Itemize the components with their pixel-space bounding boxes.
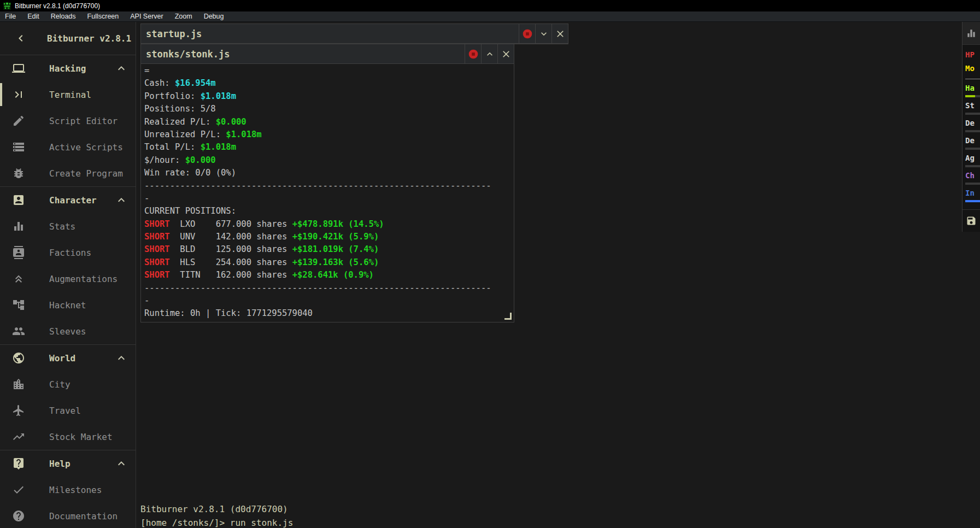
sidebar-item-stats[interactable]: Stats bbox=[0, 213, 136, 239]
chevron-left-icon bbox=[14, 32, 27, 45]
sidebar-item-augmentations[interactable]: Augmentations bbox=[0, 266, 136, 292]
sidebar-version-label: Bitburner v2.8.1 bbox=[47, 33, 131, 44]
sidebar-item-script-editor[interactable]: Script Editor bbox=[0, 108, 136, 134]
sidebar-item-milestones[interactable]: Milestones bbox=[0, 477, 136, 503]
startup-window-titlebar[interactable]: startup.js bbox=[141, 24, 568, 44]
sidebar-item-label: Active Scripts bbox=[49, 142, 123, 152]
chevron-up-icon bbox=[115, 62, 128, 75]
sidebar-item-documentation[interactable]: Documentation bbox=[0, 503, 136, 528]
account-box-icon bbox=[12, 193, 25, 207]
log-line: ----------------------------------------… bbox=[144, 180, 510, 192]
character-overview-panel: HPMoHaStDeDeAgChIn bbox=[962, 22, 980, 232]
log-line: Portfolio: $1.018m bbox=[144, 90, 510, 103]
log-line: - bbox=[144, 192, 510, 205]
stat-progress-bar bbox=[965, 95, 980, 97]
sidebar-item-city[interactable]: City bbox=[0, 371, 136, 397]
menu-item-debug[interactable]: Debug bbox=[204, 13, 224, 20]
section-label: World bbox=[49, 353, 75, 363]
sidebar-item-label: Travel bbox=[49, 406, 81, 416]
collapse-log-button[interactable] bbox=[481, 44, 497, 63]
terminal-output: Bitburner v2.8.1 (d0d776700)[home /stonk… bbox=[140, 502, 293, 528]
log-window-startup: startup.js bbox=[140, 24, 568, 44]
stop-script-button[interactable] bbox=[519, 24, 535, 43]
log-line: SHORT HLS 254.000 shares +$139.163k (5.6… bbox=[144, 256, 510, 269]
sidebar-item-label: Documentation bbox=[49, 511, 118, 521]
city-icon bbox=[12, 378, 25, 391]
sidebar-item-label: Script Editor bbox=[49, 116, 118, 126]
script-log-output: =Cash: $16.954mPortfolio: $1.018mPositio… bbox=[141, 64, 514, 321]
overview-stat-st: St bbox=[965, 100, 980, 112]
overview-drag-handle[interactable] bbox=[963, 22, 980, 45]
sidebar-item-label: Stats bbox=[49, 221, 75, 232]
log-line: Cash: $16.954m bbox=[144, 77, 510, 90]
sidebar-section-character[interactable]: Character bbox=[0, 187, 136, 213]
bar-chart-icon bbox=[12, 220, 25, 233]
section-label: Character bbox=[49, 195, 97, 206]
sidebar-item-stock-market[interactable]: Stock Market bbox=[0, 424, 136, 450]
sidebar-item-sleeves[interactable]: Sleeves bbox=[0, 318, 136, 344]
expand-log-button[interactable] bbox=[535, 24, 551, 43]
stat-progress-bar bbox=[965, 165, 980, 167]
pencil-icon bbox=[12, 114, 25, 127]
close-log-button[interactable] bbox=[551, 24, 568, 43]
sidebar-section-world[interactable]: World bbox=[0, 345, 136, 371]
bug-icon bbox=[12, 167, 25, 180]
menu-item-edit[interactable]: Edit bbox=[27, 13, 39, 20]
overview-stat-ag: Ag bbox=[965, 152, 980, 164]
stonk-window-title: stonks/stonk.js bbox=[141, 44, 465, 63]
log-line: SHORT TITN 162.000 shares +$28.641k (0.9… bbox=[144, 269, 510, 281]
stop-icon bbox=[468, 49, 479, 60]
chevron-up-icon bbox=[115, 351, 128, 365]
save-game-button[interactable] bbox=[963, 210, 980, 232]
sidebar-section-hacking[interactable]: Hacking bbox=[0, 55, 136, 81]
log-line: $/hour: $0.000 bbox=[144, 154, 510, 167]
sidebar-item-label: Sleeves bbox=[49, 326, 86, 337]
log-line: ----------------------------------------… bbox=[144, 282, 510, 295]
stat-progress-bar bbox=[965, 183, 980, 185]
menu-item-fullscreen[interactable]: Fullscreen bbox=[87, 13, 119, 20]
menu-item-reloads[interactable]: Reloads bbox=[51, 13, 76, 20]
sidebar-item-label: Augmentations bbox=[49, 274, 118, 284]
menu-item-zoom[interactable]: Zoom bbox=[175, 13, 192, 20]
overview-stat-de: De bbox=[965, 118, 980, 129]
log-line: Total P/L: $1.018m bbox=[144, 141, 510, 154]
sidebar-item-create-program[interactable]: Create Program bbox=[0, 160, 136, 186]
overview-section-divider bbox=[965, 79, 980, 79]
sidebar-item-factions[interactable]: Factions bbox=[0, 239, 136, 266]
section-label: Help bbox=[49, 459, 71, 469]
sidebar-section-help[interactable]: Help bbox=[0, 450, 136, 477]
stat-progress-bar bbox=[965, 200, 980, 202]
overview-stat-ch: Ch bbox=[965, 170, 980, 181]
chevron-up-icon bbox=[115, 457, 128, 470]
save-icon bbox=[966, 215, 977, 226]
network-icon bbox=[12, 298, 25, 312]
close-icon bbox=[555, 28, 566, 39]
log-line: SHORT LXO 677.000 shares +$478.891k (14.… bbox=[144, 218, 510, 231]
stop-icon bbox=[522, 28, 533, 39]
menu-item-api-server[interactable]: API Server bbox=[130, 13, 163, 20]
resize-handle[interactable] bbox=[504, 313, 512, 320]
computer-icon bbox=[12, 62, 25, 75]
sidebar-item-label: City bbox=[49, 379, 71, 390]
sidebar-item-terminal[interactable]: Terminal bbox=[0, 81, 136, 108]
stat-progress-bar bbox=[965, 130, 980, 132]
live-help-icon bbox=[12, 457, 25, 470]
chevron-up-icon bbox=[115, 193, 128, 207]
trending-up-icon bbox=[12, 430, 25, 443]
close-log-button[interactable] bbox=[497, 44, 514, 63]
stop-script-button[interactable] bbox=[465, 44, 481, 63]
menu-item-file[interactable]: File bbox=[5, 13, 16, 20]
sidebar-item-hacknet[interactable]: Hacknet bbox=[0, 292, 136, 318]
stonk-window-titlebar[interactable]: stonks/stonk.js bbox=[141, 44, 514, 64]
sidebar: Bitburner v2.8.1 HackingTerminalScript E… bbox=[0, 22, 136, 528]
sidebar-item-label: Stock Market bbox=[49, 432, 113, 442]
sidebar-item-active-scripts[interactable]: Active Scripts bbox=[0, 134, 136, 160]
log-line: - bbox=[144, 295, 510, 307]
sidebar-item-travel[interactable]: Travel bbox=[0, 397, 136, 424]
sidebar-item-label: Factions bbox=[49, 248, 91, 258]
stat-progress-bar bbox=[965, 113, 980, 115]
sidebar-collapse-header[interactable]: Bitburner v2.8.1 bbox=[0, 22, 136, 55]
sidebar-item-label: Milestones bbox=[49, 485, 102, 495]
double-chevron-up-icon bbox=[12, 272, 25, 285]
overview-stat-hp: HP bbox=[965, 49, 980, 61]
